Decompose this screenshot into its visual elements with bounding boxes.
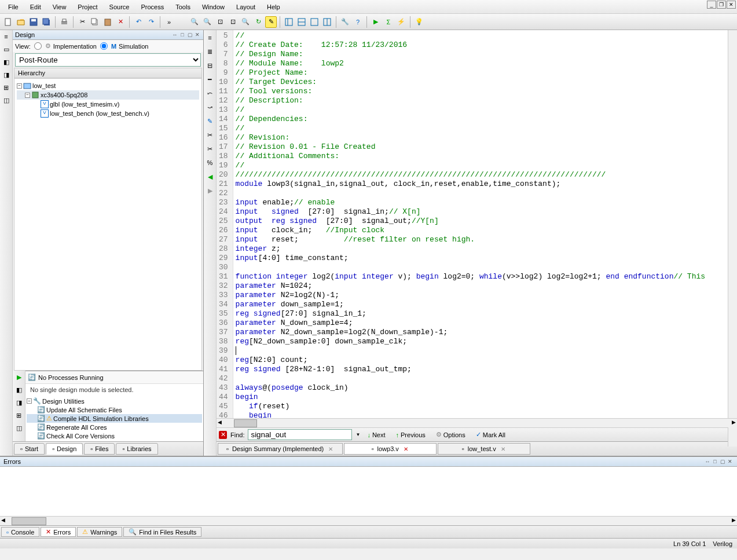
tool-icon[interactable]: 🔧 <box>339 16 351 28</box>
tree-file[interactable]: V low_test_bench (low_test_bench.v) <box>17 109 199 118</box>
delete-icon[interactable]: ✕ <box>115 16 126 28</box>
proc-icon-2[interactable]: ◧ <box>14 385 24 395</box>
vt-icon-6[interactable]: ◫ <box>1 95 12 105</box>
ed-fwd-icon[interactable]: ▶ <box>205 185 215 196</box>
redo-icon[interactable]: ↷ <box>145 16 157 28</box>
layout4-icon[interactable] <box>321 16 333 28</box>
expander-icon[interactable]: − <box>17 83 22 89</box>
print-icon[interactable] <box>58 16 70 28</box>
vt-icon-1[interactable]: ≡ <box>1 31 12 42</box>
ed-icon-6[interactable]: ⤻ <box>205 102 215 112</box>
close-tab-icon[interactable]: ✕ <box>500 445 507 452</box>
proc-item[interactable]: 🔄Regenerate All Cores <box>27 423 202 431</box>
sim-mode-dropdown[interactable]: Post-Route <box>15 53 201 67</box>
errors-scrollbar[interactable]: ◀ ▶ <box>0 516 737 525</box>
implementation-radio[interactable] <box>34 42 42 50</box>
tab-libraries[interactable]: ▫Libraries <box>116 443 157 455</box>
ed-icon-3[interactable]: ⊟ <box>205 60 215 71</box>
vt-icon-2[interactable]: ▭ <box>1 44 12 54</box>
window-minimize[interactable]: _ <box>707 1 716 9</box>
panel-max-icon[interactable]: ▢ <box>719 458 726 465</box>
tree-root[interactable]: − low_test <box>17 81 199 90</box>
impact-icon[interactable]: ⚡ <box>395 16 407 28</box>
menu-file[interactable]: File <box>2 1 24 13</box>
ed-icon-9[interactable]: ✂ <box>205 144 215 154</box>
zoom-fit-icon[interactable]: ⊡ <box>214 16 226 28</box>
zoom-out-icon[interactable]: 🔍 <box>201 16 213 28</box>
save-icon[interactable] <box>28 16 39 28</box>
menu-help[interactable]: Help <box>261 1 286 13</box>
help-icon[interactable]: ? <box>352 16 364 28</box>
close-tab-icon[interactable]: ✕ <box>327 445 334 452</box>
ed-icon-4[interactable]: ━ <box>205 74 215 85</box>
panel-max-icon[interactable]: ▢ <box>186 31 193 38</box>
sigma-icon[interactable]: Σ <box>383 16 394 28</box>
output-tab-warnings[interactable]: ⚠Warnings <box>77 527 122 537</box>
tab-files[interactable]: ▫Files <box>84 443 115 455</box>
refresh-icon[interactable]: ↻ <box>252 16 264 28</box>
find-next-button[interactable]: ↓Next <box>364 431 388 439</box>
editor-tab[interactable]: ▫Design Summary (Implemented)✕ <box>218 443 343 455</box>
menu-tools[interactable]: Tools <box>170 1 196 13</box>
tab-design[interactable]: ▫Design <box>46 443 83 455</box>
expander-icon[interactable]: − <box>25 93 30 98</box>
find-markall-button[interactable]: ✓Mark All <box>472 430 509 439</box>
more-icon[interactable]: » <box>163 16 175 28</box>
panel-float-icon[interactable]: □ <box>179 31 186 38</box>
run-icon[interactable]: ▶ <box>370 16 382 28</box>
menu-edit[interactable]: Edit <box>24 1 47 13</box>
highlight-icon[interactable]: ✎ <box>265 16 277 28</box>
save-all-icon[interactable] <box>41 16 52 28</box>
find-prev-button[interactable]: ↑Previous <box>393 431 429 439</box>
tab-start[interactable]: ▫Start <box>14 443 45 455</box>
output-tab-errors[interactable]: ✕Errors <box>41 527 76 537</box>
paste-icon[interactable] <box>102 16 113 28</box>
ed-pencil-icon[interactable]: ✎ <box>205 116 215 126</box>
layout1-icon[interactable] <box>283 16 295 28</box>
run-proc-icon[interactable]: ▶ <box>14 372 24 382</box>
zoom-area-icon[interactable]: ⊡ <box>227 16 239 28</box>
errors-list[interactable] <box>0 467 737 516</box>
find-options-button[interactable]: ⚙Options <box>432 430 469 439</box>
layout2-icon[interactable] <box>296 16 307 28</box>
menu-process[interactable]: Process <box>135 1 170 13</box>
menu-window[interactable]: Window <box>196 1 230 13</box>
layout3-icon[interactable] <box>309 16 320 28</box>
vt-icon-5[interactable]: ⊞ <box>1 82 12 93</box>
find-icon[interactable]: 🔍 <box>240 16 251 28</box>
menu-project[interactable]: Project <box>72 1 103 13</box>
hierarchy-tree[interactable]: − low_test − xc3s400-5pq208 V glbl (low_… <box>14 78 202 371</box>
new-icon[interactable] <box>2 16 14 28</box>
simulation-radio[interactable] <box>100 42 108 50</box>
proc-icon-5[interactable]: ◫ <box>14 423 24 433</box>
proc-root[interactable]: − 🔧 Design Utilities <box>27 397 202 405</box>
editor-tab[interactable]: ▫low_test.v✕ <box>438 443 530 455</box>
ed-icon-10[interactable]: % <box>205 158 215 168</box>
panel-close-icon[interactable]: ✕ <box>194 31 201 38</box>
expander-icon[interactable]: − <box>27 398 32 404</box>
ed-icon-2[interactable]: ≣ <box>205 46 215 57</box>
vertical-scrollbar[interactable] <box>728 30 737 418</box>
zoom-in-icon[interactable]: 🔍 <box>189 16 200 28</box>
vt-icon-4[interactable]: ◨ <box>1 69 12 80</box>
window-restore[interactable]: ❐ <box>717 1 726 9</box>
tree-file[interactable]: V glbl (low_test_timesim.v) <box>17 100 199 109</box>
close-tab-icon[interactable]: ✕ <box>402 445 409 452</box>
tree-device[interactable]: − xc3s400-5pq208 <box>17 90 199 100</box>
copy-icon[interactable] <box>89 16 101 28</box>
refresh-icon[interactable]: 🔄 <box>28 374 36 381</box>
menu-view[interactable]: View <box>47 1 72 13</box>
proc-icon-4[interactable]: ⊞ <box>14 410 24 420</box>
window-close[interactable]: ✕ <box>727 1 736 9</box>
proc-item[interactable]: 🔄⚠Compile HDL Simulation Libraries <box>27 414 202 423</box>
cut-icon[interactable]: ✂ <box>76 16 88 28</box>
proc-item[interactable]: 🔄Check All Core Versions <box>27 431 202 440</box>
ed-back-icon[interactable]: ◀ <box>205 171 215 182</box>
panel-arrow-icon[interactable]: ↔ <box>171 31 178 38</box>
ed-icon-5[interactable]: ⤺ <box>205 88 215 98</box>
scroll-thumb[interactable] <box>234 419 257 427</box>
panel-arrow-icon[interactable]: ↔ <box>704 458 711 465</box>
output-tab-console[interactable]: ▫Console <box>1 527 39 537</box>
bulb-icon[interactable]: 💡 <box>413 16 425 28</box>
find-close-icon[interactable]: ✕ <box>219 431 227 439</box>
